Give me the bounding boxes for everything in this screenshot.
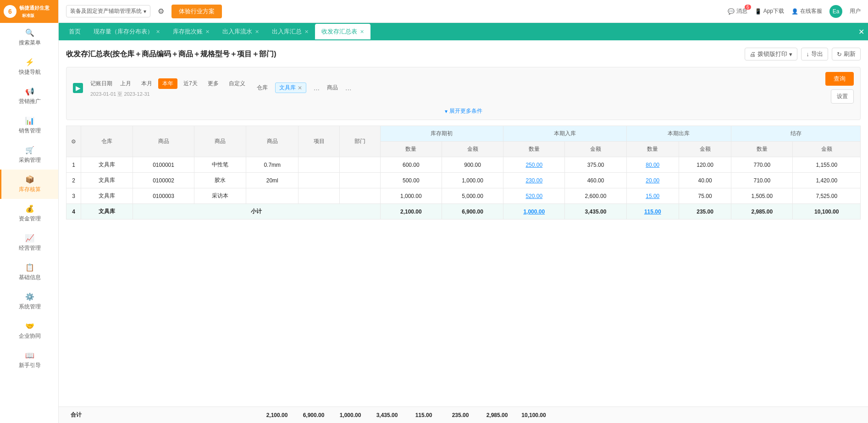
row-out-qty[interactable]: 15.00	[626, 188, 679, 204]
footer-bal-qty: 2,985.00	[479, 412, 515, 418]
warehouse-ellipsis[interactable]: ...	[314, 84, 320, 92]
tab-batch-label: 库存批次账	[173, 27, 203, 36]
close-icon[interactable]: ✕	[360, 29, 364, 35]
system-selector[interactable]: 装备及固定资产辅助管理系统 ▾	[66, 5, 150, 17]
row-bal-amt: 7,525.00	[793, 188, 861, 204]
row-in-qty[interactable]: 250.00	[503, 157, 565, 173]
tab-receive-summary[interactable]: 收发存汇总表 ✕	[315, 24, 370, 39]
operations-icon: 📈	[25, 234, 34, 242]
close-icon[interactable]: ✕	[304, 29, 309, 35]
close-icon[interactable]: ✕	[255, 29, 259, 35]
sidebar-item-label: 搜索菜单	[19, 39, 41, 47]
sidebar-item-enterprise[interactable]: 🤝 企业协同	[0, 316, 58, 346]
sidebar-item-purchase[interactable]: 🛒 采购管理	[0, 140, 58, 170]
sidebar-item-marketing[interactable]: 📢 营销推广	[0, 82, 58, 111]
date-filter: 记账日期 上月 本月 本年 近7天 更多 自定义 2023-01-01 至 20…	[90, 78, 249, 98]
row-goods-name: 采访本	[194, 188, 246, 204]
row-bal-amt: 1,420.00	[793, 173, 861, 188]
col-goods-code-header: 商品	[133, 126, 194, 157]
sidebar-item-guide[interactable]: 📖 新手引导	[0, 346, 58, 375]
print-button[interactable]: 🖨 拨锁版打印 ▾	[745, 48, 797, 60]
col-settings[interactable]: ⚙	[66, 126, 81, 157]
sidebar-item-label: 库存核算	[19, 186, 41, 193]
sidebar-item-finance[interactable]: 💰 资金管理	[0, 199, 58, 228]
sidebar-item-inventory[interactable]: 📦 库存核算	[0, 170, 58, 199]
row-open-amt: 5,000.00	[442, 188, 503, 204]
purchase-icon: 🛒	[25, 146, 34, 154]
col-in-amt: 金额	[565, 142, 626, 157]
col-out-amt: 金额	[679, 142, 731, 157]
footer-open-amt: 6,900.00	[295, 412, 332, 418]
sidebar-item-system[interactable]: ⚙️ 系统管理	[0, 287, 58, 316]
warehouse-tag-remove[interactable]: ✕	[298, 85, 302, 91]
sidebar-item-operations[interactable]: 📈 经营管理	[0, 228, 58, 258]
filter-collapse-button[interactable]: ▶	[73, 83, 83, 93]
subtotal-bal-amt: 10,100.00	[793, 204, 861, 220]
filter-row-1: ▶ 记账日期 上月 本月 本年 近7天 更多 自定义	[73, 72, 854, 104]
row-goods-code: 0100001	[133, 157, 194, 173]
tab-home[interactable]: 首页	[62, 24, 87, 39]
table-row: 3 文具库 0100003 采访本 1,000.00 5,000.00 520.…	[66, 188, 861, 204]
col-in-qty: 数量	[503, 142, 565, 157]
page-title-row: 收发存汇总表(按仓库＋商品编码＋商品＋规格型号＋项目＋部门) 🖨 拨锁版打印 ▾…	[66, 48, 861, 60]
settings-button[interactable]: 设置	[831, 89, 854, 104]
tab-inventory-dist[interactable]: 现存量（库存分布表） ✕	[87, 24, 166, 39]
tab-summary[interactable]: 出入库汇总 ✕	[265, 24, 315, 39]
refresh-button[interactable]: ↻ 刷新	[832, 48, 861, 60]
sidebar-item-sales[interactable]: 📊 销售管理	[0, 111, 58, 140]
query-button[interactable]: 查询	[825, 72, 854, 86]
gear-icon[interactable]: ⚙	[158, 7, 164, 16]
table-row: 2 文具库 0100002 胶水 20ml 500.00 1,000.00 23…	[66, 173, 861, 188]
date-btn-7days[interactable]: 近7天	[179, 78, 202, 89]
user-label[interactable]: 用户	[850, 7, 861, 15]
warehouse-label: 仓库	[257, 84, 268, 92]
col-balance-header: 结存	[731, 126, 861, 142]
system-name: 装备及固定资产辅助管理系统	[70, 7, 142, 15]
online-support-label: 在线客服	[800, 7, 822, 15]
sidebar-item-basic-info[interactable]: 📋 基础信息	[0, 258, 58, 287]
tabs-close-all[interactable]: ✕	[858, 27, 864, 36]
sidebar-item-search[interactable]: 🔍 搜索菜单	[0, 23, 58, 52]
basicinfo-icon: 📋	[25, 263, 34, 272]
sidebar-tag: 标准版	[20, 13, 36, 18]
date-btn-custom[interactable]: 自定义	[225, 78, 249, 89]
trial-button[interactable]: 体验行业方案	[171, 5, 222, 18]
sidebar-item-label: 采购管理	[19, 156, 41, 164]
row-goods-spec: 0.7mm	[246, 157, 299, 173]
col-project-header: 项目	[299, 126, 339, 157]
user-avatar[interactable]: Ea	[829, 5, 842, 18]
row-out-qty[interactable]: 20.00	[626, 173, 679, 188]
logo-title: 畅捷通好生意	[19, 5, 50, 11]
date-btn-thisyear[interactable]: 本年	[158, 78, 177, 89]
export-button[interactable]: ↓ 导出	[801, 48, 828, 60]
date-btn-lastmonth[interactable]: 上月	[116, 78, 135, 89]
header-right: 💬 消息 6 📱 App下载 👤 在线客服 Ea 用户	[728, 5, 861, 18]
subtotal-bal-qty: 2,985.00	[731, 204, 793, 220]
tab-batch[interactable]: 库存批次账 ✕	[166, 24, 216, 39]
close-icon[interactable]: ✕	[205, 29, 210, 35]
tab-flow[interactable]: 出入库流水 ✕	[216, 24, 265, 39]
data-table: ⚙ 仓库 商品 商品 商品 项目 部门 库存期初 本期入库 本期出库 结存 数量	[66, 126, 861, 220]
row-in-qty[interactable]: 230.00	[503, 173, 565, 188]
row-warehouse: 文具库	[81, 157, 133, 173]
row-out-qty[interactable]: 80.00	[626, 157, 679, 173]
sidebar-logo: 6 畅捷通好生意 标准版	[0, 0, 58, 23]
col-opening-header: 库存期初	[380, 126, 503, 142]
row-dept	[339, 157, 380, 173]
goods-ellipsis[interactable]: ...	[345, 84, 351, 92]
app-download-button[interactable]: 📱 App下载	[755, 7, 784, 15]
online-support-button[interactable]: 👤 在线客服	[791, 7, 822, 15]
close-icon[interactable]: ✕	[156, 29, 160, 35]
date-btn-more[interactable]: 更多	[204, 78, 223, 89]
row-project	[299, 157, 339, 173]
expand-conditions-button[interactable]: ▾ 展开更多条件	[445, 107, 482, 115]
date-btn-thismonth[interactable]: 本月	[137, 78, 156, 89]
row-bal-qty: 710.00	[731, 173, 793, 188]
messages-button[interactable]: 💬 消息 6	[728, 7, 747, 15]
tab-home-label: 首页	[69, 27, 81, 36]
date-buttons: 上月 本月 本年 近7天 更多 自定义	[116, 78, 249, 89]
chevron-down-icon: ▾	[789, 51, 792, 58]
row-project	[299, 173, 339, 188]
row-in-qty[interactable]: 520.00	[503, 188, 565, 204]
sidebar-item-quicknav[interactable]: ⚡ 快捷导航	[0, 52, 58, 82]
